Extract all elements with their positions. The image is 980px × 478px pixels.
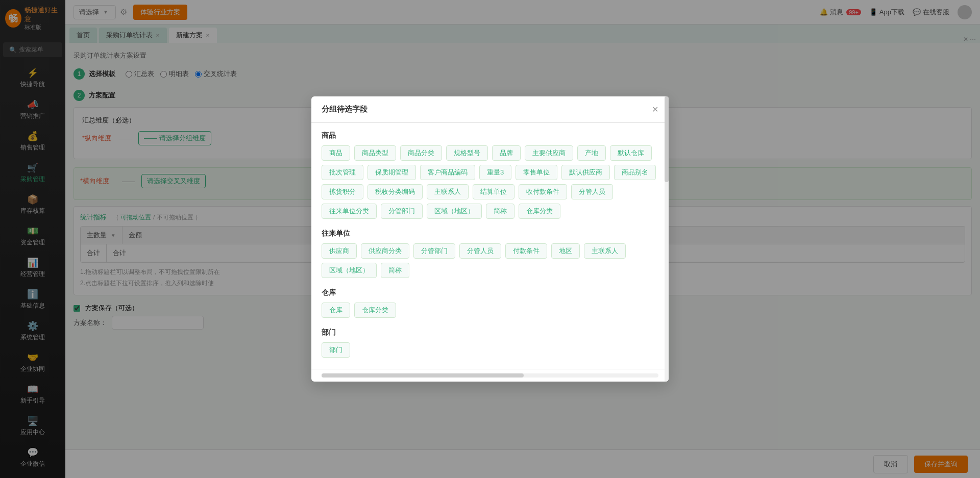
h-scroll-track[interactable]: [322, 373, 658, 378]
field-tag[interactable]: 商品类型: [354, 145, 396, 161]
modal-header: 分组待选字段 ✕: [311, 96, 669, 123]
field-tag[interactable]: 简称: [486, 204, 514, 219]
field-tag[interactable]: 批次管理: [322, 165, 363, 180]
field-tag[interactable]: 品牌: [492, 145, 521, 161]
field-tag[interactable]: 规格型号: [446, 145, 488, 161]
field-tag[interactable]: 产地: [577, 145, 606, 161]
v-scroll-track[interactable]: [665, 96, 669, 382]
field-tag[interactable]: 主联系人: [584, 243, 626, 259]
modal-footer-scrollbar: [311, 369, 669, 382]
field-tag[interactable]: 默认供应商: [561, 165, 610, 180]
field-tag[interactable]: 分管人员: [459, 243, 501, 259]
field-group-product: 商品 商品 商品类型 商品分类 规格型号 品牌 主要供应商 产地 默认仓库 批次…: [322, 131, 656, 219]
group-partner-title: 往来单位: [322, 229, 656, 238]
group-product-tags: 商品 商品类型 商品分类 规格型号 品牌 主要供应商 产地 默认仓库 批次管理 …: [322, 145, 656, 219]
field-tag[interactable]: 仓库分类: [519, 204, 560, 219]
modal-overlay: 分组待选字段 ✕ 商品 商品 商品类型 商品分类 规格型号 品牌 主要供应商 产…: [0, 0, 980, 478]
group-product-title: 商品: [322, 131, 656, 140]
field-tag[interactable]: 分管部门: [381, 204, 423, 219]
field-tag[interactable]: 默认仓库: [610, 145, 652, 161]
h-scroll-thumb: [322, 373, 524, 378]
group-partner-tags: 供应商 供应商分类 分管部门 分管人员 付款条件 地区 主联系人 区域（地区） …: [322, 243, 656, 278]
field-tag[interactable]: 主联系人: [427, 184, 469, 199]
field-tag[interactable]: 分管部门: [413, 243, 455, 259]
v-scroll-thumb: [665, 96, 669, 182]
field-tag[interactable]: 主要供应商: [525, 145, 573, 161]
field-tag[interactable]: 地区: [551, 243, 580, 259]
field-tag[interactable]: 部门: [322, 342, 350, 358]
field-tag[interactable]: 仓库: [322, 303, 350, 318]
group-department-tags: 部门: [322, 342, 656, 358]
field-tag[interactable]: 付款条件: [505, 243, 547, 259]
field-tag[interactable]: 供应商: [322, 243, 357, 259]
field-group-partner: 往来单位 供应商 供应商分类 分管部门 分管人员 付款条件 地区 主联系人 区域…: [322, 229, 656, 278]
field-group-warehouse: 仓库 仓库 仓库分类: [322, 288, 656, 318]
modal-dialog: 分组待选字段 ✕ 商品 商品 商品类型 商品分类 规格型号 品牌 主要供应商 产…: [311, 96, 669, 382]
field-tag[interactable]: 商品别名: [614, 165, 656, 180]
modal-close-icon[interactable]: ✕: [652, 105, 658, 114]
field-tag[interactable]: 税收分类编码: [368, 184, 423, 199]
field-tag[interactable]: 区域（地区）: [427, 204, 482, 219]
field-tag[interactable]: 拣货积分: [322, 184, 363, 199]
field-tag[interactable]: 往来单位分类: [322, 204, 377, 219]
field-tag[interactable]: 商品: [322, 145, 350, 161]
field-tag[interactable]: 商品分类: [400, 145, 442, 161]
group-warehouse-title: 仓库: [322, 288, 656, 297]
group-warehouse-tags: 仓库 仓库分类: [322, 303, 656, 318]
modal-scroll-area[interactable]: 商品 商品 商品类型 商品分类 规格型号 品牌 主要供应商 产地 默认仓库 批次…: [322, 131, 658, 361]
modal-body: 商品 商品 商品类型 商品分类 规格型号 品牌 主要供应商 产地 默认仓库 批次…: [311, 123, 669, 369]
field-tag[interactable]: 区域（地区）: [322, 263, 377, 278]
field-tag[interactable]: 客户商品编码: [420, 165, 475, 180]
field-tag[interactable]: 保质期管理: [368, 165, 416, 180]
field-tag[interactable]: 结算单位: [473, 184, 514, 199]
field-tag[interactable]: 重量3: [479, 165, 511, 180]
field-tag[interactable]: 收付款条件: [519, 184, 567, 199]
field-tag[interactable]: 分管人员: [571, 184, 613, 199]
field-tag[interactable]: 零售单位: [516, 165, 557, 180]
field-tag[interactable]: 仓库分类: [354, 303, 396, 318]
field-group-department: 部门 部门: [322, 328, 656, 358]
modal-title: 分组待选字段: [322, 105, 368, 114]
field-tag[interactable]: 简称: [381, 263, 409, 278]
field-tag[interactable]: 供应商分类: [361, 243, 409, 259]
group-department-title: 部门: [322, 328, 656, 337]
